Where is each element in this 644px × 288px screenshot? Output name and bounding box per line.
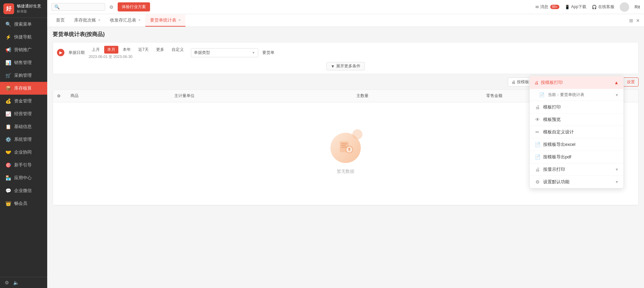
tab-home[interactable]: 首页 [51,14,69,27]
filter-more-button[interactable]: ▼ 展开更多条件 [326,62,365,70]
settings-icon[interactable]: ⚙ [5,280,9,285]
date-pill-last-month[interactable]: 上月 [89,46,103,54]
template-icon: 📄 [539,92,545,97]
dropdown-item-label: 设置默认功能 [543,179,569,185]
search-icon: 🔍 [5,22,11,27]
sidebar-item-finance[interactable]: 💰 资金管理 [0,95,47,107]
sound-icon[interactable]: 🔈 [13,280,19,285]
sidebar-item-label: 经营管理 [14,111,32,117]
app-edition: 标准版 [17,9,41,14]
sidebar-item-search[interactable]: 🔍 搜索菜单 [0,18,47,31]
app-name: 畅捷通好生意 [17,4,41,9]
purchase-icon: 🛒 [5,73,11,78]
dropdown-item-template-print[interactable]: 🖨 模板打印 [530,101,623,114]
system-icon: ⚙️ [5,137,11,142]
sidebar-item-operation[interactable]: 📈 经营管理 [0,107,47,120]
dropdown-settings-icon: ⚙ [534,179,540,185]
topbar-search-box[interactable]: 🔍 [51,3,105,11]
tab-close-all-icon[interactable]: ✕ [636,18,640,23]
topbar-gear-icon[interactable]: ⚙ [109,4,114,10]
sidebar-item-newbie[interactable]: 🎯 新手引导 [0,159,47,171]
tab-order-summary-close[interactable]: × [178,18,181,23]
sidebar-item-label: 销售管理 [14,60,32,66]
dropdown-item-label: 按模板导出pdf [543,154,571,160]
dropdown-item-set-default[interactable]: ⚙ 设置默认功能 ▼ [530,176,623,188]
dropdown-item-template-custom[interactable]: ✏ 模板自定义设计 [530,126,623,138]
dropdown-current-template[interactable]: 📄 当前：要货单统计表 ▼ [530,89,623,101]
date-pill-this-year[interactable]: 本年 [120,46,134,54]
sidebar-item-appstore[interactable]: 🏪 应用中心 [0,171,47,184]
sidebar-item-label: 快捷导航 [14,34,32,40]
filter-bar: ▶ 单据日期 上月 本月 本年 近7天 更多 自定义 2023-06-01 至 … [53,42,639,74]
dropdown-display-print-icon: 🖨 [534,167,540,172]
finance-icon: 💰 [5,98,11,104]
dropdown-item-export-pdf[interactable]: 📄 按模板导出pdf [530,151,623,163]
tab-receipt-summary-label: 收发存汇总表 [110,17,136,23]
headset-icon: 🎧 [592,5,597,9]
sidebar-item-system[interactable]: ⚙️ 系统管理 [0,133,47,146]
date-pill-this-month[interactable]: 本月 [104,46,118,54]
column-settings-icon[interactable]: ⚙ [57,94,61,98]
sidebar-item-inventory[interactable]: 📦 库存核算 [0,82,47,95]
basic-icon: 📋 [5,124,11,129]
dropdown-current-label: 当前：要货单统计表 [548,92,584,98]
sidebar-item-enterprise[interactable]: 🤝 企业协同 [0,146,47,159]
tab-inventory-batch[interactable]: 库存批次账 × [69,14,105,27]
date-pills: 上月 本月 本年 近7天 更多 自定义 [89,46,187,54]
sidebar-item-label: 基础信息 [14,124,32,130]
tab-inventory-batch-close[interactable]: × [98,18,100,23]
tab-controls: ⊞ ✕ [629,18,640,23]
tab-receipt-summary-close[interactable]: × [138,18,141,23]
operation-icon: 📈 [5,111,11,117]
dropdown-excel-icon: 📄 [534,142,540,147]
order-goods-label: 要货单 [262,50,274,56]
svg-point-5 [348,148,350,150]
filter-expand-button[interactable]: ▶ [57,49,64,56]
message-button[interactable]: ✉ 消息 99+ [535,4,559,10]
dropdown-item-export-excel[interactable]: 📄 按模板导出excel [530,138,623,151]
col-settings-header[interactable]: ⚙ [53,90,66,102]
settings-button[interactable]: 设置 [623,77,639,87]
dropdown-item-display-print[interactable]: 🖨 按显示打印 ▼ [530,163,623,176]
sidebar-item-member[interactable]: 👑 畅会员 [0,197,47,210]
app-download-button[interactable]: 📱 App下载 [565,4,586,10]
dropdown-close-button[interactable]: ▲ [614,80,619,85]
dropdown-title: 🖨 按模板打印 [534,79,563,86]
page-content: 要货单统计表(按商品) ▶ 单据日期 上月 本月 本年 近7天 更多 自定义 2… [47,27,644,288]
page-title: 要货单统计表(按商品) [53,31,639,38]
topbar-search-input[interactable] [60,5,102,9]
order-type-select[interactable]: 单据类型 ▼ [191,48,258,57]
date-filter-group: 上月 本月 本年 近7天 更多 自定义 2023-06-01 至 2023-06… [89,46,187,59]
online-service-button[interactable]: 🎧 在线客服 [592,4,614,10]
sidebar-item-sales[interactable]: 📊 销售管理 [0,56,47,69]
sidebar-item-marketing[interactable]: 📢 营销推广 [0,43,47,56]
tab-order-summary[interactable]: 要货单统计表 × [145,14,185,27]
sidebar-item-wechat[interactable]: 💬 企业微信 [0,184,47,197]
expand-icon: ▼ [331,64,335,69]
tab-expand-icon[interactable]: ⊞ [629,18,633,23]
sidebar-item-basic[interactable]: 📋 基础信息 [0,120,47,133]
sidebar-item-label: 采购管理 [14,72,32,78]
sidebar-item-quick-nav[interactable]: ⚡ 快捷导航 [0,31,47,43]
tab-inventory-batch-label: 库存批次账 [74,17,96,23]
order-type-select-text: 单据类型 [194,50,252,56]
display-print-arrow: ▼ [615,167,619,171]
col-unit-header: 主计量单位 [170,90,352,102]
date-pill-more[interactable]: 更多 [153,46,167,54]
dropdown-item-label: 模板打印 [543,104,561,110]
printer-icon: 🖨 [511,80,516,85]
tab-home-label: 首页 [56,17,65,23]
sidebar-item-label: 畅会员 [14,200,27,206]
user-avatar[interactable] [620,2,629,12]
date-pill-last-7-days[interactable]: 近7天 [135,46,152,54]
dropdown-item-template-preview[interactable]: 👁 模板预览 [530,114,623,126]
topbar: 🔍 ⚙ 体验行业方案 ✉ 消息 99+ 📱 App下载 🎧 在线客服 Rit [47,0,644,14]
trial-button[interactable]: 体验行业方案 [118,2,150,11]
filter-row: ▶ 单据日期 上月 本月 本年 近7天 更多 自定义 2023-06-01 至 … [57,46,634,59]
dropdown-preview-icon: 👁 [534,117,540,122]
sidebar-item-label: 库存核算 [14,85,32,91]
tab-receipt-summary[interactable]: 收发存汇总表 × [105,14,145,27]
dropdown-item-label: 模板预览 [543,117,561,123]
sidebar-item-purchase[interactable]: 🛒 采购管理 [0,69,47,82]
date-pill-custom[interactable]: 自定义 [169,46,187,54]
